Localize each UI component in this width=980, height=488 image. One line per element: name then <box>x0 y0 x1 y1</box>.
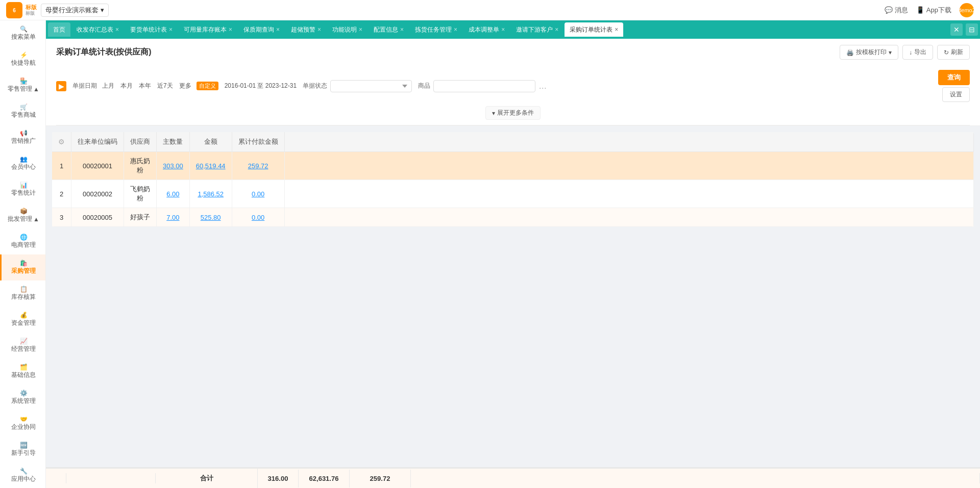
sidebar-item-guide[interactable]: 🆕 新手引导 <box>0 436 45 463</box>
sidebar-item-enterprise[interactable]: 🤝 企业协同 <box>0 410 45 436</box>
tab-close-icon[interactable]: × <box>229 26 232 33</box>
sidebar-item-search[interactable]: 🔍 搜索菜单 <box>0 20 45 46</box>
ellipsis-icon[interactable]: … <box>538 82 547 91</box>
message-button[interactable]: 💬 消息 <box>885 6 908 15</box>
avatar: demo2 <box>960 3 974 17</box>
tab-bar: 首页 收发存汇总表 × 要货单统计表 × 可用量库存账本 × 保质期查询 × 超… <box>46 20 980 39</box>
shortcut-this-month[interactable]: 本月 <box>118 81 135 91</box>
tab-order-stats[interactable]: 要货单统计表 × <box>125 22 178 37</box>
amount-link[interactable]: 525.80 <box>201 214 221 221</box>
sidebar-item-marketing[interactable]: 📢 营销推广 <box>0 124 45 150</box>
row-extra <box>284 152 973 180</box>
tab-close-icon[interactable]: × <box>454 26 457 33</box>
top-bar-right: 💬 消息 📱 App下载 demo2 <box>885 3 974 17</box>
row-paid: 0.00 <box>232 180 284 208</box>
tab-menu-button[interactable]: ⊟ <box>966 23 978 36</box>
sidebar-item-operations[interactable]: 📈 经营管理 <box>0 332 45 358</box>
filter-row: ▶ 单据日期 上月 本月 本年 近7天 更多 自定义 <box>56 70 970 102</box>
sidebar-item-system[interactable]: ⚙️ 系统管理 <box>0 384 45 410</box>
shortcut-7days[interactable]: 近7天 <box>155 81 175 91</box>
workspace-label: 母婴行业演示账套 <box>45 6 99 15</box>
settings-icon[interactable]: ⚙ <box>58 138 65 146</box>
col-settings[interactable]: ⚙ <box>52 132 71 152</box>
page-title-row: 采购订单统计表(按供应商) 🖨️ 按模板打印 ▾ ↓ 导出 ↻ <box>56 45 970 60</box>
sidebar-item-member[interactable]: 👥 会员中心 <box>0 150 45 176</box>
qty-link[interactable]: 303.00 <box>163 162 183 170</box>
sidebar: 🔍 搜索菜单 ⚡ 快捷导航 🏪 零售管理 ▲ 🛒 零售商城 📢 营销推广 👥 会… <box>0 20 46 488</box>
paid-link[interactable]: 0.00 <box>252 190 264 198</box>
chevron-down-icon: ▾ <box>492 110 495 117</box>
footer-label-cell <box>46 473 66 483</box>
user-area[interactable]: demo2 <box>960 3 974 17</box>
sidebar-item-ecommerce[interactable]: 🌐 电商管理 <box>0 228 45 254</box>
row-code: 00020001 <box>71 152 124 180</box>
refresh-button[interactable]: ↻ 刷新 <box>937 45 970 60</box>
tab-pick-task[interactable]: 拣货任务管理 × <box>410 22 462 37</box>
goods-input[interactable] <box>433 80 535 92</box>
logo-icon: 6 <box>6 2 22 18</box>
sidebar-item-retail-shop[interactable]: 🛒 零售商城 <box>0 98 45 124</box>
table-row[interactable]: 1 00020001 惠氏奶粉 303.00 60,519.44 259.72 <box>52 152 974 180</box>
print-button[interactable]: 🖨️ 按模板打印 ▾ <box>840 45 898 60</box>
tab-close-icon[interactable]: × <box>501 26 505 33</box>
table-row[interactable]: 2 00020002 飞鹤奶粉 6.00 1,586.52 0.00 <box>52 180 974 208</box>
status-filter: 单据状态 <box>303 80 412 92</box>
amount-link[interactable]: 1,586.52 <box>198 190 224 198</box>
tab-close-icon[interactable]: × <box>615 26 618 33</box>
table-row[interactable]: 3 00020005 好孩子 7.00 525.80 0.00 <box>52 208 974 227</box>
sidebar-item-retail-mgmt[interactable]: 🏪 零售管理 ▲ <box>0 72 45 98</box>
qty-link[interactable]: 7.00 <box>166 214 179 221</box>
paid-link[interactable]: 259.72 <box>248 162 268 170</box>
tab-close-icon[interactable]: × <box>276 26 280 33</box>
tab-quality-query[interactable]: 保质期查询 × <box>238 22 285 37</box>
tab-home[interactable]: 首页 <box>48 22 70 37</box>
export-button[interactable]: ↓ 导出 <box>902 45 933 60</box>
sidebar-item-finance[interactable]: 💰 资金管理 <box>0 306 45 332</box>
svg-text:6: 6 <box>13 8 16 13</box>
tab-overstock-warning[interactable]: 超储预警 × <box>286 22 326 37</box>
tab-close-icon[interactable]: × <box>169 26 173 33</box>
tab-receive-summary[interactable]: 收发存汇总表 × <box>71 22 124 37</box>
date-range-badge[interactable]: 自定义 <box>197 82 218 90</box>
tab-close-all-button[interactable]: ✕ <box>950 23 963 36</box>
tab-purchase-order-stats[interactable]: 采购订单统计表 × <box>565 22 623 37</box>
tab-close-icon[interactable]: × <box>115 26 119 33</box>
tab-close-icon[interactable]: × <box>400 26 404 33</box>
sidebar-item-retail-stats[interactable]: 📊 零售统计 <box>0 176 45 202</box>
row-extra <box>284 208 973 227</box>
tab-close-icon[interactable]: × <box>359 26 362 33</box>
tab-close-icon[interactable]: × <box>317 26 321 33</box>
tab-invite-customer[interactable]: 邀请下游客户 × <box>511 22 564 37</box>
paid-link[interactable]: 0.00 <box>252 214 264 221</box>
expand-toggle-button[interactable]: ▶ <box>56 81 66 91</box>
sidebar-item-app-center[interactable]: 🔧 应用中心 <box>0 463 45 488</box>
workspace-selector[interactable]: 母婴行业演示账套 ▾ <box>41 4 109 17</box>
date-range-display: 2016-01-01 至 2023-12-31 <box>225 82 297 90</box>
print-icon: 🖨️ <box>846 49 854 56</box>
sidebar-item-wholesale[interactable]: 📦 批发管理 ▲ <box>0 202 45 228</box>
tab-available-inventory[interactable]: 可用量库存账本 × <box>179 22 237 37</box>
expand-more-button[interactable]: ▾ 展开更多条件 <box>485 106 541 120</box>
shortcut-more[interactable]: 更多 <box>177 81 193 91</box>
shortcut-last-month[interactable]: 上月 <box>100 81 116 91</box>
shortcut-this-year[interactable]: 本年 <box>137 81 153 91</box>
sidebar-item-nav[interactable]: ⚡ 快捷导航 <box>0 46 45 72</box>
tab-config[interactable]: 配置信息 × <box>369 22 409 37</box>
amount-link[interactable]: 60,519.44 <box>196 162 226 170</box>
tab-cost-adjust[interactable]: 成本调整单 × <box>463 22 510 37</box>
tab-close-icon[interactable]: × <box>555 26 558 33</box>
footer-extra-cell <box>411 473 980 483</box>
tab-function-desc[interactable]: 功能说明 × <box>327 22 368 37</box>
filter-actions: 查询 设置 <box>938 70 970 102</box>
data-table: ⚙ 往来单位编码 供应商 主数量 金额 累计付款金额 1 00020001 <box>52 132 974 227</box>
sidebar-item-purchase[interactable]: 🛍️ 采购管理 <box>0 254 45 280</box>
sidebar-item-basic-info[interactable]: 🗂️ 基础信息 <box>0 358 45 384</box>
app-download-button[interactable]: 📱 App下载 <box>916 6 951 15</box>
qty-link[interactable]: 6.00 <box>166 190 179 198</box>
query-button[interactable]: 查询 <box>938 70 970 85</box>
setting-button[interactable]: 设置 <box>942 87 970 102</box>
sidebar-item-inventory[interactable]: 📋 库存核算 <box>0 280 45 306</box>
col-extra <box>284 132 973 152</box>
status-select[interactable] <box>330 80 412 92</box>
date-range-text: 2016-01-01 至 2023-12-31 <box>225 82 297 90</box>
